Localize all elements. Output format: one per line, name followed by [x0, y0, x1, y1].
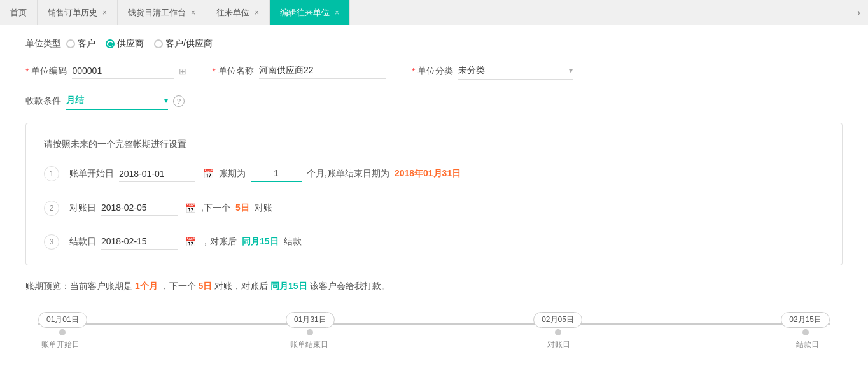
step-3-suffix: 结款	[284, 236, 302, 248]
preview-sep1: ，下一个	[160, 281, 196, 291]
step-2-date-input[interactable]	[101, 200, 178, 216]
tab-sales-order-close[interactable]: ×	[102, 9, 107, 17]
unit-name-group: * 单位名称	[212, 63, 386, 79]
step-2-suffix: 对账	[255, 202, 272, 214]
step-1-end-date: 2018年01月31日	[395, 168, 461, 179]
unit-type-row: 单位类型 客户 供应商 客户/供应商	[25, 38, 843, 50]
tab-partner[interactable]: 往来单位 ×	[206, 0, 270, 25]
page-content: 单位类型 客户 供应商 客户/供应商 * 单位编码	[0, 25, 868, 387]
payment-condition-arrow-icon: ▾	[164, 96, 168, 105]
radio-supplier[interactable]: 供应商	[106, 38, 144, 50]
step-1-label: 账单开始日	[69, 168, 114, 179]
radio-customer-circle	[66, 39, 75, 48]
step-3-highlight: 同月15日	[242, 236, 279, 248]
tab-cash-work[interactable]: 钱货日清工作台 ×	[118, 0, 206, 25]
unit-category-value: 未分类	[458, 62, 569, 79]
timeline-node-2: 01月31日	[286, 312, 335, 335]
step-2-row: 2 对账日 📅 ,下一个 5日 对账	[44, 200, 824, 216]
unit-category-group: * 单位分类 未分类 ▾	[412, 62, 573, 80]
preview-part3: 同月15日	[270, 281, 307, 291]
tab-home[interactable]: 首页	[0, 0, 38, 25]
timeline-badge-1: 01月01日	[38, 312, 87, 328]
step-1-row: 1 账单开始日 📅 账期为 个月,账单结束日期为 2018年01月31日	[44, 165, 824, 182]
unit-code-input[interactable]	[72, 63, 174, 79]
step-2-prefix: ,下一个	[201, 202, 230, 214]
timeline-dot-1	[59, 329, 66, 335]
radio-both-circle	[154, 39, 163, 48]
step-2-highlight: 5日	[235, 202, 249, 214]
payment-condition-label: 收款条件	[25, 95, 61, 107]
step-2-number: 2	[44, 201, 59, 216]
step-1-calendar-icon[interactable]: 📅	[203, 169, 214, 179]
unit-name-required: *	[212, 66, 215, 76]
radio-supplier-label: 供应商	[117, 38, 144, 50]
timeline-label-3: 对账日	[536, 339, 581, 350]
unit-name-input[interactable]	[259, 63, 386, 79]
unit-category-select[interactable]: 未分类 ▾	[458, 62, 573, 80]
timeline-badge-3: 02月05日	[533, 312, 582, 328]
tab-edit-partner-close[interactable]: ×	[335, 9, 339, 17]
unit-type-group: 单位类型 客户 供应商 客户/供应商	[25, 38, 213, 50]
step-3-row: 3 结款日 📅 ，对账后 同月15日 结款	[44, 234, 824, 250]
radio-customer-label: 客户	[78, 38, 95, 50]
tab-cash-work-close[interactable]: ×	[191, 9, 195, 17]
timeline-track: 01月01日 01月31日 02月05日 02月15日	[25, 312, 843, 335]
step-3-date-input[interactable]	[101, 234, 178, 250]
tab-partner-label: 往来单位	[216, 7, 249, 18]
step-3-number: 3	[44, 234, 59, 250]
preview-section: 账期预览：当前客户账期是 1个月 ，下一个 5日 对账，对账后 同月15日 该客…	[25, 278, 843, 294]
unit-code-required: *	[25, 66, 29, 76]
radio-group: 客户 供应商 客户/供应商	[66, 38, 213, 50]
unit-type-label: 单位类型	[25, 38, 61, 50]
timeline-dot-2	[307, 329, 313, 335]
unit-info-row: * 单位编码 ⊞ * 单位名称 * 单位分类 未分类 ▾	[25, 62, 843, 80]
step-3-calendar-icon[interactable]: 📅	[185, 237, 196, 247]
step-1-date-input[interactable]	[119, 166, 195, 182]
unit-category-label: 单位分类	[417, 66, 453, 77]
preview-part1: 1个月	[135, 281, 158, 291]
unit-name-label: 单位名称	[218, 66, 254, 77]
radio-supplier-circle	[106, 39, 115, 48]
timeline-dot-3	[555, 329, 561, 335]
billing-period-card: 请按照未来的一个完整帐期进行设置 1 账单开始日 📅 账期为 个月,账单结束日期…	[25, 123, 843, 265]
tab-bar: 首页 销售订单历史 × 钱货日清工作台 × 往来单位 × 编辑往来单位 × ›	[0, 0, 868, 25]
preview-part2: 5日	[198, 281, 212, 291]
radio-customer[interactable]: 客户	[66, 38, 95, 50]
unit-code-copy-icon[interactable]: ⊞	[179, 66, 186, 76]
step-3-content: 结款日 📅 ，对账后 同月15日 结款	[69, 234, 302, 250]
timeline-line	[38, 323, 830, 325]
payment-condition-row: 收款条件 月结 ▾ ?	[25, 92, 843, 110]
tab-expand-button[interactable]: ›	[850, 0, 868, 25]
timeline-badge-2: 01月31日	[286, 312, 335, 328]
unit-code-label: 单位编码	[31, 66, 67, 77]
timeline-badge-4: 02月15日	[781, 312, 830, 328]
timeline-label-2: 账单结束日	[287, 339, 332, 350]
tab-partner-close[interactable]: ×	[255, 9, 259, 17]
tab-edit-partner[interactable]: 编辑往来单位 ×	[270, 0, 350, 25]
preview-prefix: 账期预览：当前客户账期是	[25, 281, 132, 291]
radio-both[interactable]: 客户/供应商	[154, 38, 213, 50]
tab-cash-work-label: 钱货日清工作台	[128, 7, 186, 18]
timeline-label-1: 账单开始日	[38, 339, 83, 350]
step-3-prefix: ，对账后	[201, 236, 237, 248]
unit-code-group: * 单位编码 ⊞	[25, 63, 186, 79]
tab-sales-order[interactable]: 销售订单历史 ×	[38, 0, 118, 25]
timeline-section: 01月01日 01月31日 02月05日 02月15日	[25, 312, 843, 350]
timeline-node-3: 02月05日	[533, 312, 582, 335]
unit-category-arrow-icon: ▾	[569, 66, 573, 75]
step-2-calendar-icon[interactable]: 📅	[185, 203, 196, 213]
step-1-content: 账单开始日 📅 账期为 个月,账单结束日期为 2018年01月31日	[69, 165, 461, 182]
payment-help-icon[interactable]: ?	[173, 95, 185, 107]
tab-home-label: 首页	[10, 7, 27, 18]
unit-category-required: *	[412, 66, 415, 76]
preview-sep2: 对账，对账后	[214, 281, 268, 291]
card-title: 请按照未来的一个完整帐期进行设置	[44, 139, 824, 150]
step-1-period-input[interactable]	[251, 165, 302, 182]
timeline-node-1: 01月01日	[38, 312, 87, 335]
payment-condition-select[interactable]: 月结 ▾	[66, 92, 168, 110]
tab-edit-partner-label: 编辑往来单位	[280, 7, 330, 18]
radio-both-label: 客户/供应商	[165, 38, 213, 50]
step-2-label: 对账日	[69, 202, 96, 214]
step-1-number: 1	[44, 166, 59, 181]
timeline-dot-4	[802, 329, 809, 335]
